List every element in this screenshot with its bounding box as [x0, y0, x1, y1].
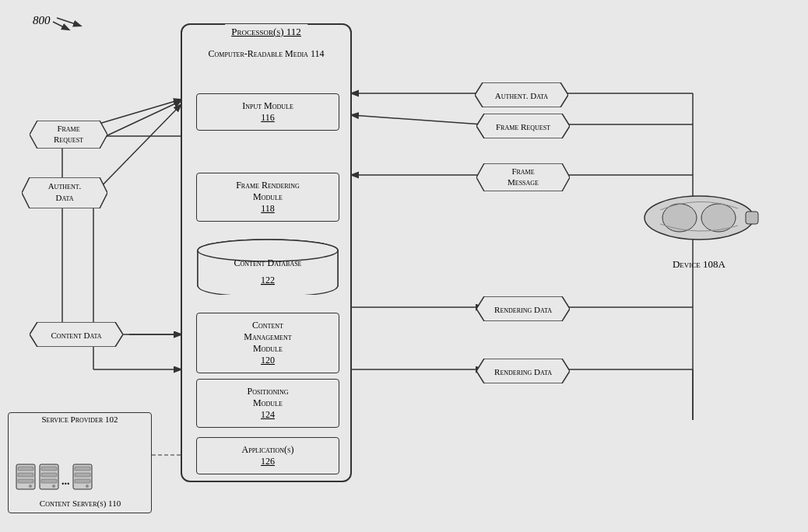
authent-data-right-label: Authent. Data [475, 82, 568, 110]
svg-rect-60 [746, 212, 758, 224]
server-icon-3 [72, 463, 93, 491]
content-mgmt-num: 120 [200, 355, 335, 366]
applications-num: 126 [200, 456, 335, 467]
svg-point-75 [86, 485, 89, 488]
svg-rect-63 [18, 473, 33, 477]
svg-text:Message: Message [508, 177, 539, 187]
svg-rect-67 [41, 467, 57, 471]
positioning-module-box: PositioningModule 124 [196, 379, 339, 428]
input-module-num: 116 [200, 112, 335, 124]
svg-rect-69 [41, 479, 57, 483]
authent-data-left-label: Authent. Data [22, 177, 107, 212]
svg-point-65 [29, 485, 32, 488]
server-icon-1 [15, 463, 37, 491]
svg-rect-64 [18, 479, 33, 483]
svg-text:Content Database: Content Database [234, 257, 301, 268]
applications-module-box: Application(s) 126 [196, 437, 339, 474]
frame-rendering-label: Frame RenderingModule [236, 180, 300, 202]
processor-title: Processor(s) 112 [225, 24, 307, 40]
frame-rendering-module-box: Frame RenderingModule 118 [196, 173, 339, 222]
svg-text:Request: Request [54, 135, 83, 144]
svg-line-7 [106, 101, 181, 136]
svg-line-11 [352, 115, 483, 124]
service-provider-label: Service Provider 102 [41, 415, 118, 424]
svg-point-70 [52, 485, 55, 488]
svg-text:Rendering Data: Rendering Data [494, 367, 552, 376]
svg-rect-62 [18, 467, 33, 471]
svg-text:Frame Request: Frame Request [496, 122, 550, 131]
svg-text:Authent.: Authent. [48, 181, 82, 191]
frame-rendering-num: 118 [200, 203, 335, 215]
service-provider-box: Service Provider 102 ... [8, 412, 152, 513]
device-label: Device 108A [637, 258, 761, 271]
svg-text:Authent. Data: Authent. Data [495, 91, 549, 100]
svg-text:Frame: Frame [511, 166, 534, 176]
svg-point-58 [662, 204, 697, 232]
processor-label: Processor(s) 112 [231, 26, 301, 37]
server-icon-2 [38, 463, 60, 491]
device-area: Device 108A [637, 187, 761, 271]
applications-label: Application(s) [242, 444, 294, 455]
server-label: Content Server(s) 110 [15, 499, 146, 508]
svg-rect-73 [75, 473, 90, 477]
svg-text:Content Data: Content Data [51, 331, 102, 340]
rendering-data-1-label: Rendering Data [476, 296, 570, 324]
diagram: 800 [0, 0, 808, 532]
device-svg [637, 187, 761, 249]
rendering-data-2-label: Rendering Data [476, 359, 570, 387]
svg-text:Rendering Data: Rendering Data [494, 305, 552, 314]
svg-text:Data: Data [56, 193, 74, 202]
content-data-left-label: Content Data [30, 322, 123, 350]
frame-request-left-label: Frame Request [30, 121, 107, 152]
input-module-box: Input Module 116 [196, 93, 339, 131]
server-ellipsis: ... [61, 475, 70, 488]
frame-message-right-label: Frame Message [476, 163, 570, 194]
frame-request-right-label: Frame Request [476, 114, 570, 142]
content-mgmt-module-box: ContentManagementModule 120 [196, 313, 339, 373]
svg-rect-72 [75, 467, 90, 471]
svg-rect-74 [75, 479, 90, 483]
svg-text:Frame: Frame [57, 124, 79, 133]
content-db-svg: Content Database 122 [196, 236, 339, 295]
svg-point-57 [645, 196, 754, 240]
positioning-num: 124 [200, 409, 335, 421]
content-db-area: Content Database 122 [196, 236, 339, 295]
figure-label: 800 [33, 14, 84, 30]
processor-box: Processor(s) 112 Computer-Readable Media… [181, 23, 352, 482]
crm-label: Computer-Readable Media 114 [209, 48, 325, 60]
content-mgmt-label: ContentManagementModule [244, 320, 291, 354]
positioning-label: PositioningModule [248, 386, 289, 408]
svg-text:122: 122 [261, 275, 275, 285]
input-module-label: Input Module [242, 100, 293, 111]
svg-rect-68 [41, 473, 57, 477]
